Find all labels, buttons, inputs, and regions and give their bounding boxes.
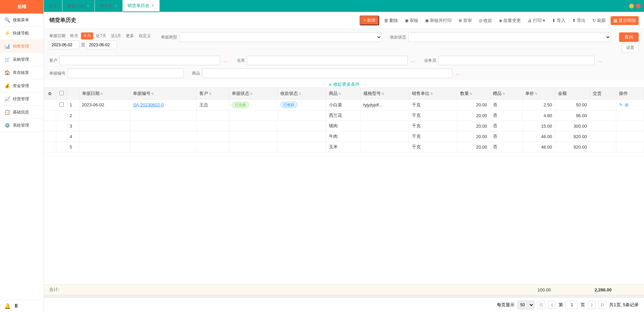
goods-cell: 西兰花	[326, 110, 360, 121]
quantity-cell: 20.00	[457, 131, 490, 142]
doc-no-label: 单据编号	[49, 71, 65, 76]
refresh-button[interactable]: ↻ 刷新	[590, 17, 608, 25]
show-detail-button[interactable]: ▦ 显示明细	[611, 16, 639, 25]
delete-button[interactable]: 🗑 删除	[382, 17, 400, 25]
customer-ellipsis[interactable]: ...	[222, 58, 229, 63]
sidebar-item-basic-info[interactable]: 📋 基础信息	[0, 106, 44, 119]
warehouse-ellipsis[interactable]: ...	[410, 58, 416, 63]
last-page-btn[interactable]: ⟩⟩	[598, 301, 607, 309]
window-minimize-btn[interactable]	[629, 4, 634, 8]
col-gift[interactable]: 赠品⇅	[490, 88, 522, 100]
horizontal-scrollbar[interactable]	[44, 295, 644, 297]
abandon-button[interactable]: ⊗ 弃审	[456, 17, 474, 25]
page-input[interactable]	[566, 301, 578, 309]
date-btn-yesterday[interactable]: 昨天	[68, 32, 80, 40]
col-quantity[interactable]: 数量⇅	[457, 88, 490, 100]
doc-type-select[interactable]	[179, 32, 382, 42]
sidebar-item-inventory[interactable]: 🏠 库存核算	[0, 66, 44, 79]
sidebar-item-purchase-mgmt[interactable]: 🛒 采购管理	[0, 53, 44, 66]
col-actions: 操作	[616, 88, 644, 100]
date-to-input[interactable]	[87, 41, 117, 49]
table-row: 1 2023-06-02 SA-20230602-0 王总 已生效 已收款 小白…	[44, 100, 644, 110]
goods-input[interactable]	[202, 69, 452, 78]
collect-button[interactable]: ◎ 收款	[477, 17, 494, 25]
sidebar-item-finance[interactable]: 💰 资金管理	[0, 79, 44, 93]
date-btn-more[interactable]: 更多	[124, 32, 136, 40]
sidebar-item-sales-mgmt[interactable]: 📊 销售管理	[0, 40, 44, 53]
date-btns-row: 昨天 今天 近7天 近1月 更多 自定义	[68, 32, 153, 40]
col-doc-status[interactable]: 单据状态⇅	[229, 88, 278, 100]
col-goods[interactable]: 商品⇅	[326, 88, 360, 100]
tab-sales-order[interactable]: 销售订单 ✕	[62, 0, 95, 12]
warehouse-input[interactable]	[247, 56, 408, 65]
export-button[interactable]: ⬆ 导出	[570, 17, 588, 25]
notification-icon[interactable]: 🔔	[4, 303, 11, 309]
sidebar-item-quick-nav[interactable]: ⚡ 快捷导航	[0, 27, 44, 40]
unit-price-cell: 15.00	[523, 121, 555, 131]
export-icon: ⬆	[572, 18, 576, 23]
doc-status-cell	[229, 110, 278, 121]
tab-sales-goods[interactable]: 销货单 ✕	[95, 0, 123, 12]
basic-info-icon: 📋	[4, 109, 10, 115]
pause-icon[interactable]: ⏸	[13, 303, 19, 309]
query-button[interactable]: 查询	[619, 32, 639, 42]
col-row-no	[67, 88, 79, 100]
print-button[interactable]: 🖨 打印 ▾	[526, 17, 547, 25]
tab-sales-order-close[interactable]: ✕	[87, 4, 90, 8]
row-no-cell: 2	[67, 110, 79, 121]
sidebar-item-search-menu[interactable]: 🔍 搜索菜单	[0, 14, 44, 27]
doc-no-input[interactable]	[67, 69, 184, 78]
goods-ellipsis[interactable]: ...	[454, 71, 461, 76]
col-sales-unit[interactable]: 销售单位⇅	[409, 88, 457, 100]
customer-input[interactable]	[59, 56, 220, 65]
more-icon[interactable]: ⊞	[625, 102, 628, 107]
audit-print-button[interactable]: ◉ 审核并打印	[423, 17, 454, 25]
gift-cell: 否	[490, 110, 522, 121]
col-settings[interactable]: ⚙	[44, 88, 56, 100]
filter-settings-button[interactable]: 设置	[622, 43, 639, 52]
tab-home[interactable]: 首页	[44, 0, 62, 12]
staff-ellipsis[interactable]: ...	[597, 58, 604, 63]
quick-nav-icon: ⚡	[4, 30, 10, 36]
doc-no-link[interactable]: SA-20230602-0	[133, 102, 164, 107]
quantity-cell: 20.00	[457, 121, 490, 131]
payment-status-select[interactable]	[408, 32, 611, 42]
col-doc-date[interactable]: 单据日期⇅	[79, 88, 130, 100]
batch-change-button[interactable]: ◈ 批量变更	[497, 17, 523, 25]
col-customer[interactable]: 客户⇅	[197, 88, 229, 100]
date-btn-custom[interactable]: 自定义	[137, 32, 153, 40]
first-page-btn[interactable]: ⟨⟨	[537, 301, 545, 309]
date-from-input[interactable]	[49, 41, 80, 49]
edit-icon[interactable]: ✎	[619, 102, 623, 107]
tab-sales-goods-close[interactable]: ✕	[115, 4, 118, 8]
date-btn-today[interactable]: 今天	[81, 32, 93, 40]
row-checkbox[interactable]	[59, 102, 64, 107]
collapse-filter-btn[interactable]: ∧ 收起更多条件	[44, 80, 644, 87]
tab-sales-history[interactable]: 销货单历史 ✕	[123, 0, 160, 12]
select-all-checkbox[interactable]	[59, 91, 64, 95]
payment-status-cell: 已收款	[278, 100, 326, 110]
sidebar-item-operations[interactable]: 📈 经营管理	[0, 93, 44, 106]
window-close-btn[interactable]	[636, 4, 641, 8]
col-doc-no[interactable]: 单据编号⇅	[130, 88, 197, 100]
sys-mgmt-icon: ⚙️	[4, 122, 10, 128]
tab-sales-history-close[interactable]: ✕	[151, 3, 155, 8]
sidebar-item-sys-mgmt[interactable]: ⚙️ 系统管理	[0, 119, 44, 132]
col-spec[interactable]: 规格型号⇅	[360, 88, 409, 100]
amount-cell: 96.00	[555, 110, 590, 121]
table-row: 5 玉米 千克 20.00 否 46.00 920.00	[44, 142, 644, 152]
next-page-btn[interactable]: ⟩	[588, 301, 596, 309]
new-button[interactable]: + 新增	[360, 16, 379, 25]
table-footer: 合计: 100.00 2,286.00	[44, 284, 644, 295]
col-payment-status[interactable]: 收款状态⇅	[278, 88, 326, 100]
date-btn-7days[interactable]: 近7天	[94, 32, 108, 40]
import-button[interactable]: ⬇ 导入	[550, 17, 567, 25]
staff-input[interactable]	[438, 56, 595, 65]
prev-page-btn[interactable]: ⟨	[548, 301, 556, 309]
table-row: 3 猪肉 千克 20.00 否 15.00 300.00	[44, 121, 644, 131]
col-unit-price[interactable]: 单价⇅	[523, 88, 555, 100]
per-page-select[interactable]: 50 100 200	[517, 301, 534, 309]
per-page-label: 每页显示	[497, 302, 514, 308]
date-btn-1month[interactable]: 近1月	[109, 32, 123, 40]
audit-button[interactable]: ◉ 审核	[403, 17, 420, 25]
